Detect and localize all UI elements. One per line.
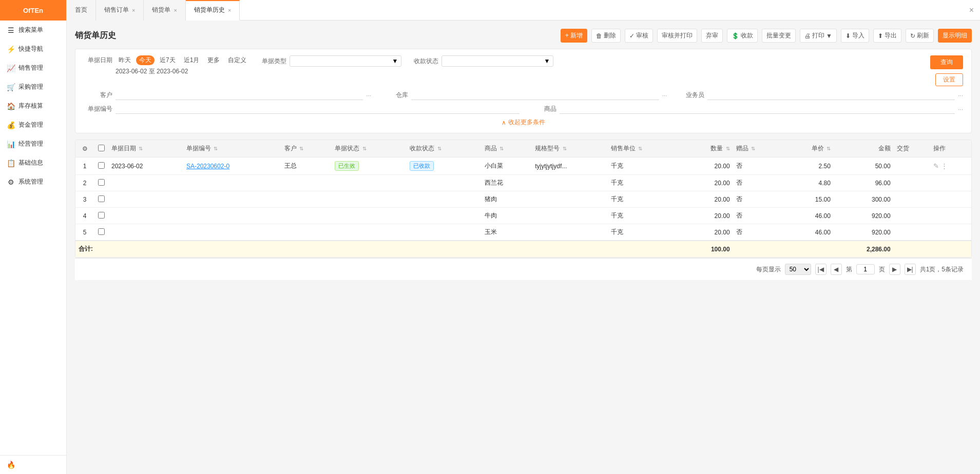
set-button[interactable]: 设置 bbox=[935, 73, 963, 86]
row-qty: 20.00 bbox=[682, 175, 733, 191]
abandon-label: 弃审 bbox=[706, 31, 718, 40]
abandon-button[interactable]: 弃审 bbox=[701, 29, 723, 43]
warehouse-dots[interactable]: ··· bbox=[662, 92, 667, 99]
first-page-btn[interactable]: |◀ bbox=[815, 264, 827, 275]
tab-sales-order[interactable]: 销售订单 × bbox=[96, 0, 144, 21]
export-button[interactable]: ⬆ 导出 bbox=[873, 29, 901, 43]
sidebar-item-operations[interactable]: 📊 经营管理 bbox=[0, 134, 66, 153]
row-check[interactable] bbox=[94, 191, 108, 208]
close-all-tabs[interactable]: × bbox=[963, 6, 980, 15]
row-check[interactable] bbox=[94, 157, 108, 175]
sort-doc-status-icon[interactable]: ⇅ bbox=[362, 146, 367, 151]
sidebar-item-search-menu[interactable]: ☰ 搜索菜单 bbox=[0, 21, 66, 40]
sidebar-item-quick-nav[interactable]: ⚡ 快捷导航 bbox=[0, 40, 66, 58]
page-number-input[interactable] bbox=[856, 264, 875, 274]
date-pill-today[interactable]: 今天 bbox=[136, 55, 155, 65]
date-pill-more[interactable]: 更多 bbox=[204, 55, 223, 65]
total-spacer4 bbox=[894, 241, 971, 258]
goods-dots[interactable]: ··· bbox=[958, 106, 963, 113]
sidebar-item-basic-info[interactable]: 📋 基础信息 bbox=[0, 153, 66, 172]
row-doc-no bbox=[183, 191, 281, 208]
sort-unit-icon[interactable]: ⇅ bbox=[638, 146, 642, 151]
col-settings[interactable]: ⚙ bbox=[75, 140, 94, 157]
row-check[interactable] bbox=[94, 224, 108, 241]
tab-sales-history[interactable]: 销货单历史 × bbox=[186, 0, 240, 21]
print-icon: 🖨 bbox=[804, 32, 811, 40]
sidebar-item-finance[interactable]: 💰 资金管理 bbox=[0, 115, 66, 134]
row-idx: 2 bbox=[75, 175, 94, 191]
last-page-btn[interactable]: ▶| bbox=[905, 264, 916, 275]
sort-spec-icon[interactable]: ⇅ bbox=[563, 146, 567, 151]
query-button[interactable]: 查询 bbox=[930, 55, 963, 69]
row-amount: 920.00 bbox=[834, 224, 894, 241]
per-page-select[interactable]: 50 100 bbox=[785, 264, 811, 275]
tab-sales-order-close[interactable]: × bbox=[132, 7, 135, 13]
sidebar-item-inventory[interactable]: 🏠 库存核算 bbox=[0, 96, 66, 115]
tab-home[interactable]: 首页 bbox=[67, 0, 96, 21]
row-price: 46.00 bbox=[783, 224, 834, 241]
date-pill-custom[interactable]: 自定义 bbox=[225, 55, 249, 65]
row-trade bbox=[894, 208, 931, 224]
delete-button[interactable]: 🗑 删除 bbox=[591, 29, 621, 43]
tab-sales-history-close[interactable]: × bbox=[228, 7, 231, 13]
show-detail-button[interactable]: 显示明细 bbox=[938, 29, 972, 43]
check-all[interactable] bbox=[98, 145, 105, 151]
staff-input[interactable] bbox=[707, 90, 955, 100]
sidebar-bottom-btn1[interactable]: 🔥 bbox=[0, 456, 66, 474]
row-spec bbox=[532, 208, 607, 224]
goods-label: 商品 bbox=[528, 105, 556, 113]
row-price: 46.00 bbox=[783, 208, 834, 224]
sort-goods-icon[interactable]: ⇅ bbox=[499, 146, 504, 151]
sidebar-item-sales-mgmt[interactable]: 📈 销售管理 bbox=[0, 58, 66, 77]
sort-customer-icon[interactable]: ⇅ bbox=[299, 146, 303, 151]
review-button[interactable]: ✓ 审核 bbox=[625, 29, 653, 43]
sidebar-item-purchase-mgmt[interactable]: 🛒 采购管理 bbox=[0, 77, 66, 96]
sort-collect-status-icon[interactable]: ⇅ bbox=[437, 146, 441, 151]
customer-dots[interactable]: ··· bbox=[366, 92, 371, 99]
doc-type-select[interactable]: ▼ bbox=[290, 55, 401, 67]
print-button[interactable]: 🖨 打印 ▼ bbox=[800, 29, 837, 43]
doc-no-link[interactable]: SA-20230602-0 bbox=[186, 163, 229, 170]
sort-doc-date-icon[interactable]: ⇅ bbox=[139, 146, 143, 151]
row-check[interactable] bbox=[94, 175, 108, 191]
goods-input[interactable] bbox=[560, 104, 955, 114]
settings-icon[interactable]: ⚙ bbox=[82, 145, 88, 152]
row-action bbox=[930, 208, 971, 224]
sort-qty-icon[interactable]: ⇅ bbox=[726, 146, 730, 151]
col-check[interactable] bbox=[94, 140, 108, 157]
collect-button[interactable]: 💲 收款 bbox=[727, 29, 758, 43]
sort-doc-no-icon[interactable]: ⇅ bbox=[214, 146, 218, 151]
doc-no-input[interactable] bbox=[116, 104, 520, 114]
edit-icon[interactable]: ✎ bbox=[933, 162, 939, 170]
more-icon[interactable]: ⋮ bbox=[941, 162, 948, 170]
date-pill-7days[interactable]: 近7天 bbox=[157, 55, 179, 65]
new-button[interactable]: + 新增 bbox=[561, 29, 587, 43]
col-action: 操作 bbox=[930, 140, 971, 157]
import-button[interactable]: ⬇ 导入 bbox=[841, 29, 869, 43]
doc-type-label: 单据类型 bbox=[258, 57, 286, 66]
prev-page-btn[interactable]: ◀ bbox=[831, 264, 842, 275]
next-page-btn[interactable]: ▶ bbox=[889, 264, 900, 275]
row-qty: 20.00 bbox=[682, 224, 733, 241]
collect-status-select[interactable]: ▼ bbox=[441, 55, 553, 67]
sort-gift-icon[interactable]: ⇅ bbox=[751, 146, 755, 151]
customer-input[interactable] bbox=[116, 90, 363, 100]
staff-dots[interactable]: ··· bbox=[958, 92, 963, 99]
tab-sales-delivery-close[interactable]: × bbox=[174, 7, 177, 13]
batch-change-button[interactable]: 批量变更 bbox=[762, 29, 796, 43]
col-gift: 赠品 ⇅ bbox=[733, 140, 783, 157]
warehouse-input[interactable] bbox=[411, 90, 659, 100]
sidebar-item-system-mgmt[interactable]: ⚙ 系统管理 bbox=[0, 172, 66, 191]
row-doc-no: SA-20230602-0 bbox=[183, 157, 281, 175]
total-pages-info: 共1页，5条记录 bbox=[920, 265, 964, 274]
row-spec bbox=[532, 224, 607, 241]
print-review-button[interactable]: 审核并打印 bbox=[657, 29, 697, 43]
date-pill-1month[interactable]: 近1月 bbox=[181, 55, 203, 65]
collapse-button[interactable]: ∧ 收起更多条件 bbox=[84, 118, 963, 127]
sort-price-icon[interactable]: ⇅ bbox=[827, 146, 831, 151]
tab-sales-delivery[interactable]: 销货单 × bbox=[144, 0, 185, 21]
row-check[interactable] bbox=[94, 208, 108, 224]
refresh-button[interactable]: ↻ 刷新 bbox=[906, 29, 934, 43]
date-pill-yesterday[interactable]: 昨天 bbox=[116, 55, 134, 65]
row-price: 15.00 bbox=[783, 191, 834, 208]
